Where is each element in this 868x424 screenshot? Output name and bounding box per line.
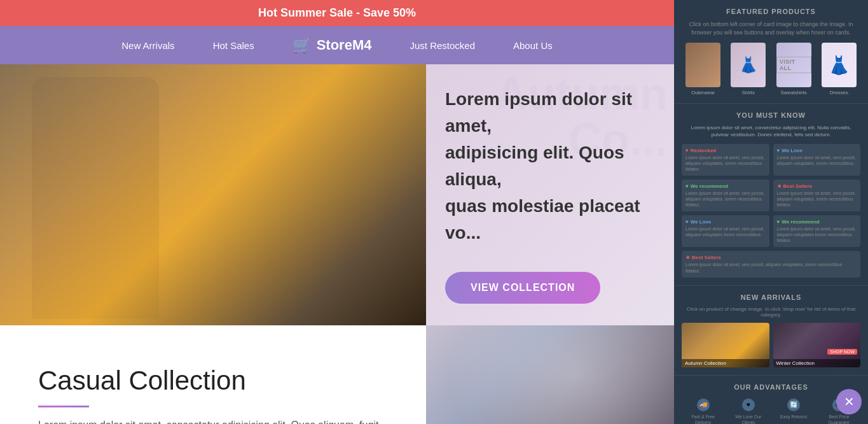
must-know-we-love-2-text: Lorem ipsum dolor sit amet, vero possit,…	[685, 226, 766, 237]
arrival-label-autumn: Autumn Collection	[682, 359, 769, 367]
must-know-restocked-text: Lorem ipsum dolor sit amet, vero possit,…	[685, 155, 766, 172]
you-must-know-section: YOU MUST KNOW Lorem ipsum dolor sit amet…	[674, 104, 868, 285]
feat-label-outerwear: Outerwear	[691, 90, 715, 95]
feat-label-sweatshirts: Sweatshirts	[780, 90, 806, 95]
must-know-restocked-title: ♥ Restocked	[685, 148, 766, 153]
main-content: Hot Summer Sale - Save 50% New Arrivals …	[0, 0, 674, 424]
close-button[interactable]: ✕	[836, 389, 862, 414]
star-icon-2: ★	[685, 255, 690, 260]
must-know-we-recommend-2-text: Lorem ipsum dolor sit amet, vero possit,…	[777, 226, 857, 243]
feat-label-dresses: Dresses	[830, 90, 848, 95]
feat-item-sweatshirts[interactable]: VISIT ALL Sweatshirts	[773, 43, 815, 95]
featured-products-grid: Outerwear 👗 Shirts VISIT ALL Sweatshirts…	[682, 43, 860, 95]
returns-icon: 🔄	[787, 399, 800, 411]
must-know-we-love-title: ♥ We Love	[777, 148, 857, 153]
star-icon: ★	[777, 183, 782, 189]
arrival-autumn[interactable]: Autumn Collection	[682, 323, 769, 367]
our-advantages-title: OUR ADVANTAGES	[682, 383, 860, 391]
heart-icon-4: ♥	[685, 219, 689, 225]
must-know-best-sellers-2: ★ Best Sellers Lorem ipsum dolor sit ame…	[682, 251, 860, 277]
view-collection-button[interactable]: VIEW COLLECTION	[445, 272, 600, 304]
right-panel: FEATURED PRODUCTS Click on bottom left c…	[674, 0, 868, 424]
must-know-best-sellers-2-title: ★ Best Sellers	[685, 255, 857, 260]
feat-item-dresses[interactable]: 👗 Dresses	[818, 43, 860, 95]
feat-item-shirts[interactable]: 👗 Shirts	[727, 43, 769, 95]
bottom-image-right	[426, 325, 674, 424]
you-must-know-title: YOU MUST KNOW	[682, 111, 860, 119]
adv-returns-text: Easy Returns	[780, 414, 807, 420]
love-icon: ♥	[742, 399, 755, 411]
sale-banner: Hot Summer Sale - Save 50%	[0, 0, 674, 26]
navbar: New Arrivals Hot Sales 🛒 StoreM4 Just Re…	[0, 26, 674, 64]
must-know-best-sellers-2-text: Lorem ipsum dolor sit amet, vero possit,…	[685, 262, 857, 273]
hero-overlay	[0, 64, 426, 325]
arrival-bg-winter: Winter Collection	[773, 323, 861, 367]
adv-love-text: We Love Our Clients	[729, 414, 767, 424]
must-know-best-sellers-text: Lorem ipsum dolor sit amet, vero possit,…	[777, 190, 857, 208]
must-know-we-love-2-title: ♥ We Love	[685, 219, 766, 225]
must-know-we-recommend-title: ♥ We recommend	[685, 183, 766, 189]
adv-price-text: Best Price Guarantee	[820, 414, 858, 424]
feat-item-outerwear[interactable]: Outerwear	[682, 43, 724, 95]
nav-just-restocked[interactable]: Just Restocked	[410, 40, 475, 51]
must-know-grid-2: ♥ We Love Lorem ipsum dolor sit amet, ve…	[682, 215, 860, 277]
must-know-we-recommend-2-title: ♥ We recommend	[777, 219, 857, 225]
feat-thumb-outerwear	[685, 43, 720, 87]
hero-text-right: Autumn Co... Lorem ipsum dolor sit amet,…	[426, 64, 674, 325]
must-know-restocked: ♥ Restocked Lorem ipsum dolor sit amet, …	[682, 144, 769, 176]
adv-love: ♥ We Love Our Clients	[727, 396, 769, 424]
arrival-bg-autumn: Autumn Collection	[682, 323, 769, 367]
must-know-grid: ♥ Restocked Lorem ipsum dolor sit amet, …	[682, 144, 860, 212]
feat-label-shirts: Shirts	[742, 90, 755, 95]
must-know-we-recommend-2: ♥ We recommend Lorem ipsum dolor sit ame…	[773, 215, 861, 247]
feat-thumb-dresses: 👗	[822, 43, 857, 87]
new-arrivals-panel-section: NEW ARRIVALS Click on product of change …	[674, 286, 868, 376]
adv-returns: 🔄 Easy Returns	[773, 396, 815, 424]
arrival-badge-winter[interactable]: SHOP NOW	[827, 349, 857, 355]
must-know-we-love-2: ♥ We Love Lorem ipsum dolor sit amet, ve…	[682, 215, 769, 247]
hero-body-text: Lorem ipsum dolor sit amet,adipisicing e…	[445, 86, 655, 246]
advantages-grid: 🚚 Fast & Free Delivery ♥ We Love Our Cli…	[682, 396, 860, 424]
feat-thumb-sweatshirts: VISIT ALL	[776, 43, 811, 87]
must-know-best-sellers: ★ Best Sellers Lorem ipsum dolor sit ame…	[773, 180, 861, 211]
heart-icon: ♥	[685, 148, 689, 153]
adv-delivery-text: Fast & Free Delivery	[684, 414, 722, 424]
must-know-we-recommend-text: Lorem ipsum dolor sit amet, vero possit,…	[685, 190, 766, 208]
bottom-section: Casual Collection Lorem ipsum dolor sit …	[0, 325, 674, 424]
featured-products-title: FEATURED PRODUCTS	[682, 8, 860, 15]
sale-text: Hot Summer Sale - Save 50%	[258, 6, 416, 19]
bottom-bg	[426, 325, 674, 424]
casual-collection-title: Casual Collection	[38, 365, 388, 396]
new-arrivals-panel-title: NEW ARRIVALS	[682, 293, 860, 301]
nav-hot-sales[interactable]: Hot Sales	[213, 40, 254, 51]
casual-collection-text: Lorem ipsum dolor sit amet, consectetur …	[38, 417, 388, 424]
section-divider	[38, 406, 89, 407]
arrival-label-winter: Winter Collection	[773, 359, 861, 367]
heart-icon-3: ♥	[685, 183, 689, 189]
must-know-we-recommend: ♥ We recommend Lorem ipsum dolor sit ame…	[682, 180, 769, 211]
you-must-know-intro: Lorem ipsum dolor sit amet, consectetur …	[682, 124, 860, 138]
must-know-we-love: ♥ We Love Lorem ipsum dolor sit amet, ve…	[773, 144, 861, 176]
feat-thumb-shirts: 👗	[731, 43, 766, 87]
nav-about-us[interactable]: About Us	[513, 40, 553, 51]
navbar-links: New Arrivals Hot Sales 🛒 StoreM4 Just Re…	[121, 36, 552, 54]
arrivals-grid: Autumn Collection Winter Collection SHOP…	[682, 323, 860, 367]
featured-products-subtitle: Click on bottom left corner of card imag…	[682, 20, 860, 36]
new-arrivals-subtitle: Click on product of change image. In cli…	[682, 306, 860, 318]
delivery-icon: 🚚	[697, 399, 710, 411]
heart-icon-5: ♥	[777, 219, 780, 225]
arrival-winter[interactable]: Winter Collection SHOP NOW	[773, 323, 861, 367]
navbar-brand[interactable]: 🛒 StoreM4	[293, 36, 372, 54]
must-know-we-love-text: Lorem ipsum dolor sit amet, vero possit,…	[777, 155, 857, 166]
adv-delivery: 🚚 Fast & Free Delivery	[682, 396, 724, 424]
hero-section: Autumn Co... Lorem ipsum dolor sit amet,…	[0, 64, 674, 325]
casual-collection-section: Casual Collection Lorem ipsum dolor sit …	[0, 325, 426, 424]
featured-products-section: FEATURED PRODUCTS Click on bottom left c…	[674, 0, 868, 104]
must-know-best-sellers-title: ★ Best Sellers	[777, 183, 857, 189]
cart-icon: 🛒	[293, 36, 312, 54]
hero-image-left	[0, 64, 426, 325]
brand-name: StoreM4	[317, 37, 372, 53]
nav-new-arrivals[interactable]: New Arrivals	[121, 40, 174, 51]
heart-icon-2: ♥	[777, 148, 780, 153]
